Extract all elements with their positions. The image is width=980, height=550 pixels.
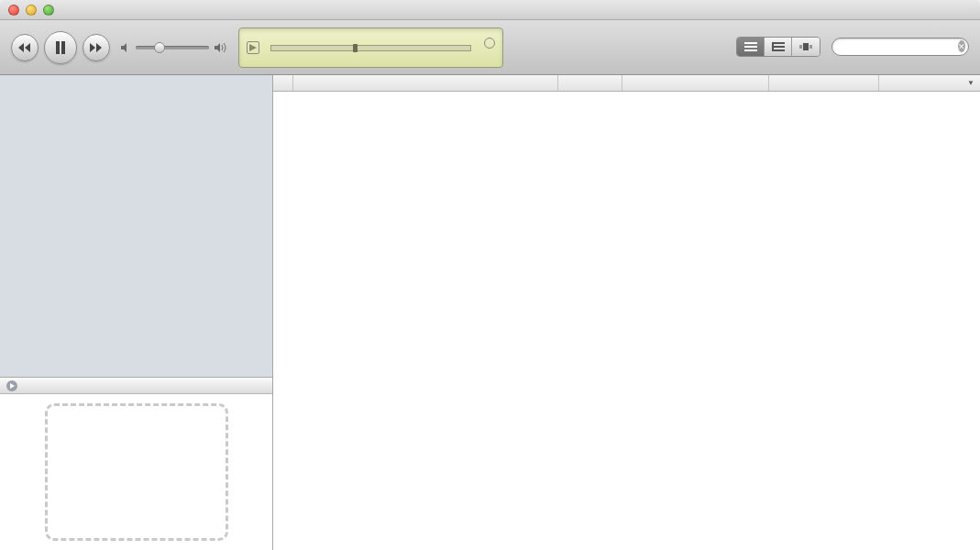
sort-indicator-icon: ▼ — [967, 79, 974, 87]
search-wrap: ✕ — [831, 38, 969, 58]
svg-rect-4 — [744, 46, 757, 48]
search-input[interactable] — [842, 41, 954, 52]
view-coverflow-button[interactable] — [792, 38, 820, 56]
body: ▼ — [0, 75, 980, 550]
col-indicator[interactable] — [273, 75, 293, 91]
volume-thumb[interactable] — [154, 42, 165, 53]
tracklist: ▼ — [273, 75, 980, 550]
progress-thumb[interactable] — [353, 44, 358, 52]
search-clear-button[interactable]: ✕ — [958, 40, 965, 52]
view-list-button[interactable] — [737, 38, 765, 56]
svg-rect-10 — [803, 43, 809, 50]
window: ✕ — [0, 0, 980, 550]
svg-rect-6 — [772, 42, 785, 44]
column-headers: ▼ — [273, 75, 980, 92]
svg-rect-1 — [61, 41, 65, 54]
progress-bar[interactable] — [265, 45, 477, 51]
volume-high-icon — [215, 43, 227, 52]
lcd-repeat-icon[interactable] — [484, 38, 495, 49]
col-track[interactable] — [558, 75, 622, 91]
svg-marker-2 — [249, 44, 257, 51]
volume-slider[interactable] — [121, 43, 227, 52]
svg-rect-0 — [56, 41, 60, 54]
volume-low-icon — [121, 43, 130, 52]
view-grid-button[interactable] — [765, 38, 792, 56]
artwork-dropzone[interactable] — [0, 394, 272, 550]
source-list — [0, 75, 272, 377]
progress-track[interactable] — [270, 45, 471, 51]
artwork-panel — [0, 377, 272, 550]
minimize-button[interactable] — [26, 5, 37, 16]
artwork-toggle-icon[interactable] — [6, 380, 18, 392]
svg-rect-5 — [744, 50, 757, 51]
svg-rect-3 — [744, 42, 757, 44]
svg-rect-9 — [772, 42, 774, 51]
transport-controls — [11, 31, 110, 64]
toolbar: ✕ — [0, 20, 980, 75]
track-rows — [273, 92, 980, 550]
col-date[interactable]: ▼ — [879, 75, 980, 91]
close-button[interactable] — [8, 5, 19, 16]
sidebar — [0, 75, 273, 550]
lcd-display — [238, 28, 503, 68]
next-button[interactable] — [83, 34, 110, 61]
artwork-placeholder-text — [45, 403, 228, 541]
zoom-button[interactable] — [43, 5, 54, 16]
artwork-header[interactable] — [0, 378, 272, 394]
col-artist[interactable] — [622, 75, 769, 91]
lcd-art-icon[interactable] — [247, 41, 259, 54]
previous-button[interactable] — [11, 34, 39, 61]
titlebar[interactable] — [0, 0, 980, 20]
svg-rect-8 — [772, 50, 785, 51]
traffic-lights — [8, 5, 54, 16]
svg-rect-11 — [799, 45, 802, 49]
view-switcher — [736, 37, 820, 59]
col-name[interactable] — [293, 75, 558, 91]
pause-button[interactable] — [44, 31, 77, 64]
search-field[interactable]: ✕ — [831, 38, 969, 56]
svg-rect-7 — [772, 46, 785, 48]
svg-rect-12 — [809, 45, 812, 49]
col-album[interactable] — [769, 75, 879, 91]
volume-track[interactable] — [136, 46, 209, 50]
